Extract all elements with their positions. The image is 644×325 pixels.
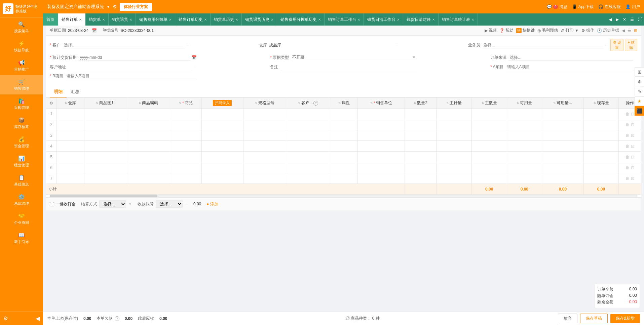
print-btn[interactable]: 🖨 打印 ▼ [561,28,579,33]
row-copy-icon-3[interactable]: ⊡ [631,133,634,138]
tab-expense-history[interactable]: 销售费用分摊单历史 ✕ [277,13,325,26]
a-project-input[interactable] [506,64,637,70]
row-main-qty-7[interactable] [472,173,507,184]
row-customer-code-7[interactable] [286,173,330,184]
row-customer-code-3[interactable] [286,130,330,141]
tab-home[interactable]: 首页 [43,13,58,26]
tab-close-sales-goods[interactable]: ✕ [102,18,105,22]
scan-input-button[interactable]: 扫码录入 [213,100,232,106]
add-item-button[interactable]: ● 添加 [206,201,218,207]
sidebar-item-finance[interactable]: 💰 资金管理 [0,133,43,152]
account-select[interactable]: 选择... [156,200,183,208]
tab-order-workbench[interactable]: 销售订单工作台 ✕ [325,13,364,26]
row-product-3[interactable] [170,130,201,141]
row-main-qty-2[interactable] [472,119,507,130]
tab-close-all[interactable]: ✕ [621,17,628,22]
sidebar-item-search[interactable]: 🔍 搜索菜单 [0,18,43,37]
tab-sales-return[interactable]: 销货退货 ✕ [109,13,136,26]
row-spec-5[interactable] [243,152,286,162]
row-spec-7[interactable] [243,173,286,184]
tab-arrow-right[interactable]: ▶ [614,17,621,22]
row-delete-icon-2[interactable]: 🗑 [626,122,630,127]
sidebar-item-quick-nav[interactable]: ⚡ 快捷导航 [0,37,43,56]
customer-code-help-icon[interactable]: ? [313,101,318,106]
sidebar-item-guide[interactable]: 📖 新手引导 [0,229,43,248]
row-customer-code-6[interactable] [286,162,330,173]
online-support-item[interactable]: 🎧 在线客服 [598,4,621,10]
row-code-4[interactable] [127,141,170,152]
tab-summary[interactable]: 汇总 [67,87,83,97]
row-attribute-3[interactable] [330,130,358,141]
row-warehouse-4[interactable] [57,141,84,152]
row-qty2-2[interactable] [405,119,436,130]
row-attribute-6[interactable] [330,162,358,173]
salesperson-expand-icon[interactable]: ··· [605,43,608,47]
row-unit-1[interactable] [357,109,405,119]
tab-close-sales-return[interactable]: ✕ [129,18,132,22]
row-qty2-3[interactable] [405,130,436,141]
row-copy-icon-1[interactable]: ⊡ [631,112,634,116]
sidebar-item-system[interactable]: ⚙️ 系统管理 [0,190,43,209]
row-customer-code-5[interactable] [286,152,330,162]
row-main-qty-4[interactable] [472,141,507,152]
invoice-select[interactable]: 不开票 ▼ [291,54,417,61]
tab-close-sales-order[interactable]: ✕ [79,18,82,22]
row-warehouse-5[interactable] [57,152,84,162]
order-source-input[interactable] [508,54,633,61]
row-code-7[interactable] [127,173,170,184]
tab-close-sales-expense[interactable]: ✕ [169,18,172,22]
help-btn[interactable]: ❓ 帮助 [499,28,514,33]
b-project-input[interactable] [65,73,197,79]
sidebar-item-management[interactable]: 📊 经营管理 [0,152,43,171]
row-spec-4[interactable] [243,141,286,152]
user-avatar-item[interactable]: 👤 用户 [626,4,640,10]
one-click-settle-checkbox[interactable] [50,202,54,206]
row-unit-3[interactable] [357,130,405,141]
row-main-qty-1[interactable] [472,109,507,119]
tab-sales-order-history[interactable]: 销售订单历史 ✕ [175,13,211,26]
row-spec-2[interactable] [243,119,286,130]
tab-sales-expense[interactable]: 销售费用分摊单 ✕ [136,13,175,26]
row-code-3[interactable] [127,130,170,141]
tab-goods-history[interactable]: 销货单历史 ✕ [211,13,242,26]
tab-expand-icon[interactable]: ⛶ [636,17,644,22]
row-qty2-6[interactable] [405,162,436,173]
history-btn[interactable]: 🕐 历史单据 [597,28,619,33]
date-picker-icon[interactable]: 📅 [192,55,197,60]
row-customer-code-1[interactable] [286,109,330,119]
sidebar-settings-icon[interactable]: ⚙ [3,315,8,322]
save-draft-button[interactable]: 保存草稿 [580,314,608,323]
row-qty2-1[interactable] [405,109,436,119]
tab-close-return-history[interactable]: ✕ [271,18,273,22]
row-copy-icon-6[interactable]: ⊡ [631,165,634,170]
row-unit-2[interactable] [357,119,405,130]
row-customer-code-2[interactable] [286,119,330,130]
right-tool-4[interactable]: ★ [635,96,644,106]
row-delete-icon-1[interactable]: 🗑 [626,112,630,116]
toolbar-collapse-left[interactable]: ◀ [622,28,625,33]
product-count-icon[interactable]: ◎ [346,316,350,321]
row-warehouse-2[interactable] [57,119,84,130]
sidebar-item-marketing[interactable]: 📢 营销推广 [0,56,43,75]
row-main-qty-3[interactable] [472,130,507,141]
row-warehouse-7[interactable] [57,173,84,184]
row-unit-5[interactable] [357,152,405,162]
tab-close-sales-order-history[interactable]: ✕ [204,18,207,22]
row-copy-icon-7[interactable]: ⊡ [631,176,634,181]
row-copy-icon-2[interactable]: ⊡ [631,122,634,127]
tab-return-history[interactable]: 销货退货历史 ✕ [242,13,277,26]
operation-btn[interactable]: ⚙ 操作 [581,28,594,33]
row-code-6[interactable] [127,162,170,173]
row-code-2[interactable] [127,119,170,130]
remark-input[interactable] [280,64,417,70]
header-gear-icon[interactable]: ⚙ [113,4,117,9]
row-attribute-7[interactable] [330,173,358,184]
row-product-4[interactable] [170,141,201,152]
calendar-icon[interactable]: 📅 [92,28,97,33]
add-column-button[interactable]: + 粘贴 [625,39,637,51]
account-expand-icon[interactable]: ··· [185,202,188,206]
row-qty2-5[interactable] [405,152,436,162]
settings-shortcut-button[interactable]: ⚙ 设置 [610,39,623,51]
row-warehouse-3[interactable] [57,130,84,141]
row-warehouse-6[interactable] [57,162,84,173]
